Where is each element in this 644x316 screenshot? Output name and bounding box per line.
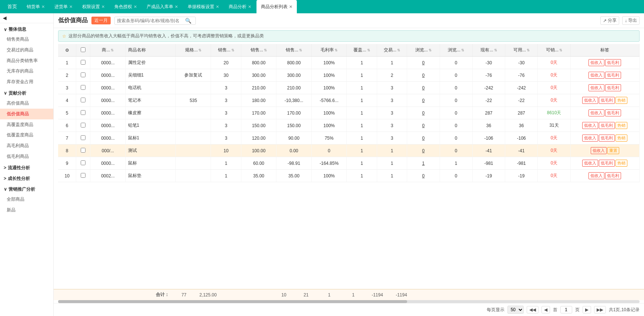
row-checkbox[interactable] <box>76 107 90 119</box>
row-checkbox[interactable] <box>76 119 90 132</box>
nav-close-purchase[interactable]: ✕ <box>69 4 73 9</box>
row-checkbox[interactable] <box>76 145 90 157</box>
sidebar-section-contribution[interactable]: ∨ 贡献分析 <box>0 87 53 98</box>
search-input[interactable] <box>117 18 184 23</box>
nav-permission[interactable]: 权限设置✕ <box>78 0 109 13</box>
nav-close-template[interactable]: ✕ <box>216 4 219 9</box>
sidebar-item-high-value[interactable]: 高价值商品 <box>0 98 53 109</box>
scrollbar-thumb[interactable] <box>58 300 407 303</box>
row-checkbox[interactable] <box>76 69 90 82</box>
select-all-checkbox[interactable] <box>81 47 85 52</box>
nav-home[interactable]: 首页 <box>3 0 21 13</box>
row-select-checkbox[interactable] <box>81 60 85 65</box>
row-browse1[interactable]: 0 <box>407 170 440 182</box>
row-browse2: 0 <box>440 119 472 132</box>
row-select-checkbox[interactable] <box>81 72 85 77</box>
nav-product-analysis-list[interactable]: 商品分析列表✕ <box>256 0 297 13</box>
page-size-select[interactable]: 50 <box>507 306 524 314</box>
filter-recent-month-button[interactable]: 近一月 <box>91 17 111 24</box>
nav-close-analysis-list[interactable]: ✕ <box>289 4 292 9</box>
first-page-button[interactable]: ◀◀ <box>527 306 539 313</box>
browse1-link[interactable]: 0 <box>422 98 425 103</box>
sidebar-item-traded-products[interactable]: 交易过的商品 <box>0 45 53 55</box>
row-browse1[interactable]: 1 <box>407 157 440 170</box>
sidebar-section-circulation[interactable]: > 流通性分析 <box>0 162 53 173</box>
th-settings[interactable]: ⚙ <box>58 44 76 57</box>
row-select-checkbox[interactable] <box>81 173 85 178</box>
row-browse1[interactable]: 0 <box>407 82 440 94</box>
row-select-checkbox[interactable] <box>81 85 85 90</box>
row-browse1[interactable]: 0 <box>407 119 440 132</box>
row-select-checkbox[interactable] <box>81 98 85 102</box>
sidebar-item-low-profit[interactable]: 低毛利商品 <box>0 151 53 162</box>
table-container[interactable]: ⚙ 商...⇅ 商品名称 规格...⇅ 销售...⇅ 销售...⇅ 销售...⇅… <box>58 44 640 289</box>
row-browse1[interactable]: 0 <box>407 69 440 82</box>
sidebar-item-stock-capital[interactable]: 库存资金占用 <box>0 77 53 87</box>
row-select-checkbox[interactable] <box>81 160 85 165</box>
nav-close-sales[interactable]: ✕ <box>41 4 45 9</box>
row-select-checkbox[interactable] <box>81 148 85 153</box>
row-browse1[interactable]: 0 <box>407 107 440 119</box>
sidebar-section-growth[interactable]: > 成长性分析 <box>0 173 53 183</box>
nav-close-role[interactable]: ✕ <box>134 4 137 9</box>
browse1-link[interactable]: 0 <box>422 111 425 116</box>
nav-close-product-stock[interactable]: ✕ <box>175 4 178 9</box>
row-checkbox[interactable] <box>76 94 90 107</box>
sidebar-item-low-coverage[interactable]: 低覆盖度商品 <box>0 130 53 140</box>
nav-close-analysis[interactable]: ✕ <box>248 4 251 9</box>
browse1-link[interactable]: 0 <box>422 173 425 179</box>
horizontal-scrollbar[interactable] <box>58 300 640 303</box>
last-page-button[interactable]: ▶▶ <box>594 306 606 313</box>
browse1-link[interactable]: 0 <box>422 85 425 91</box>
browse1-link[interactable]: 0 <box>422 60 425 65</box>
row-checkbox[interactable] <box>76 57 90 69</box>
sidebar-item-all-products[interactable]: 全部商品 <box>0 194 53 205</box>
browse1-link[interactable]: 0 <box>422 136 425 141</box>
nav-close-permission[interactable]: ✕ <box>101 4 105 9</box>
row-select-checkbox[interactable] <box>81 110 85 115</box>
sidebar-item-category-rate[interactable]: 商品分类销售率 <box>0 55 53 66</box>
row-checkbox[interactable] <box>76 82 90 94</box>
row-select-checkbox[interactable] <box>81 123 85 128</box>
sidebar-item-sales-products[interactable]: 销售类商品 <box>0 34 53 45</box>
page-number-input[interactable] <box>560 306 572 313</box>
nav-product-analysis[interactable]: 商品分析✕ <box>224 0 256 13</box>
nav-template[interactable]: 单据模板设置✕ <box>183 0 224 13</box>
next-page-button[interactable]: ▶ <box>583 306 591 313</box>
sidebar-item-new-products[interactable]: 新品 <box>0 205 53 215</box>
nav-purchase-order[interactable]: 进货单✕ <box>50 0 77 13</box>
sidebar-section-overall[interactable]: ∨ 整体信息 <box>0 23 53 34</box>
row-select-checkbox[interactable] <box>81 135 85 140</box>
row-browse1[interactable]: 0 <box>407 57 440 69</box>
gear-icon[interactable]: ⚙ <box>65 48 69 53</box>
th-checkbox[interactable] <box>76 44 90 57</box>
sidebar-item-low-value[interactable]: 低价值商品 <box>0 109 53 119</box>
search-icon[interactable]: 🔍 <box>185 18 191 24</box>
row-checkbox[interactable] <box>76 157 90 170</box>
sidebar-section-marketing[interactable]: ∨ 营销推广分析 <box>0 183 53 194</box>
export-button[interactable]: ↓ 导出 <box>622 16 640 25</box>
sidebar-toggle[interactable]: ◀ <box>3 16 6 21</box>
row-code: 0000... <box>90 119 125 132</box>
row-num: 3 <box>58 82 76 94</box>
row-checkbox[interactable] <box>76 132 90 145</box>
sidebar-item-no-stock[interactable]: 无库存的商品 <box>0 66 53 77</box>
browse1-link[interactable]: 0 <box>422 73 425 78</box>
nav-sales-order[interactable]: 销货单✕ <box>22 0 49 13</box>
row-browse1[interactable]: 0 <box>407 145 440 157</box>
row-checkbox[interactable] <box>76 170 90 182</box>
row-browse1[interactable]: 0 <box>407 132 440 145</box>
sidebar-item-high-coverage[interactable]: 高覆盖度商品 <box>0 119 53 130</box>
page-unit: 页 <box>575 307 580 313</box>
nav-product-stock[interactable]: 产成品入库单✕ <box>142 0 182 13</box>
browse1-link[interactable]: 0 <box>422 148 425 153</box>
sidebar-item-high-profit[interactable]: 高毛利商品 <box>0 140 53 151</box>
row-browse1[interactable]: 0 <box>407 94 440 107</box>
browse1-link[interactable]: 0 <box>422 123 425 128</box>
nav-role-auth[interactable]: 角色授权✕ <box>110 0 141 13</box>
prev-page-button[interactable]: ◀ <box>541 306 550 313</box>
share-button[interactable]: ↗ 分享 <box>600 16 619 25</box>
browse1-link[interactable]: 1 <box>422 161 425 166</box>
tag-badge: 热销 <box>616 160 627 167</box>
row-qty: 3 <box>211 82 241 94</box>
